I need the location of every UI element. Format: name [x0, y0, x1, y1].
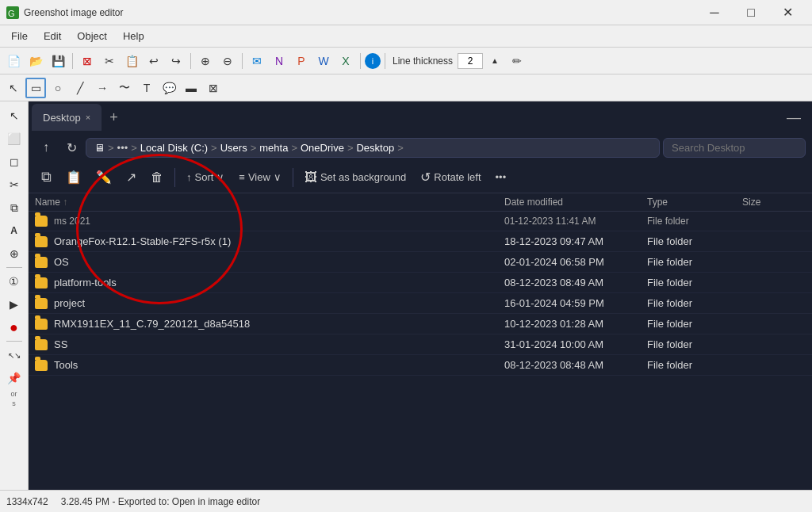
side-step-tool[interactable]: ▶: [3, 293, 25, 315]
ms-powerpoint-button[interactable]: P: [291, 51, 312, 71]
main-area: ↖ ⬜ ◻ ✂ ⧉ A ⊕ ① ▶ ● ↖↘ 📌 or s Desktop × …: [0, 101, 812, 490]
refresh-button[interactable]: ↻: [60, 136, 82, 159]
table-row[interactable]: OrangeFox-R12.1-Stable-F2FS-r5x (1) 18-1…: [29, 231, 812, 252]
side-rect-select[interactable]: ⬜: [3, 128, 25, 150]
close-button[interactable]: ✕: [769, 0, 806, 25]
side-copy-region[interactable]: ⧉: [3, 197, 25, 219]
set-background-button[interactable]: 🖼 Set as background: [298, 167, 412, 188]
view-button[interactable]: ≡ View ∨: [232, 168, 288, 186]
side-pin[interactable]: 📌: [3, 367, 25, 389]
thickness-up[interactable]: ▲: [485, 51, 505, 71]
undo-button[interactable]: ↩: [144, 51, 164, 71]
path-onedrive: OneDrive: [301, 142, 344, 154]
zoom-in-button[interactable]: ⊕: [195, 51, 216, 71]
folder-icon: [35, 319, 48, 330]
redo-button[interactable]: ↪: [166, 51, 186, 71]
col-name: Name ↑: [35, 197, 504, 208]
table-row[interactable]: OS 02-01-2024 06:58 PM File folder: [29, 252, 812, 273]
info-button[interactable]: i: [365, 53, 381, 69]
rotate-left-button[interactable]: ↺ Rotate left: [414, 166, 487, 188]
table-row[interactable]: platform-tools 08-12-2023 08:49 AM File …: [29, 273, 812, 293]
title-bar: G Greenshot image editor ─ □ ✕: [0, 0, 812, 25]
arrow-tool[interactable]: →: [92, 78, 113, 98]
ms-excel-button[interactable]: X: [335, 51, 356, 71]
file-size: [742, 359, 806, 371]
table-row[interactable]: Tools 08-12-2023 08:48 AM File folder: [29, 355, 812, 376]
ellipse-tool[interactable]: ○: [48, 78, 68, 98]
cut-button[interactable]: ✂: [99, 51, 120, 71]
side-red-btn[interactable]: ●: [3, 316, 25, 338]
separator5: [385, 53, 385, 69]
share-button[interactable]: ↗: [120, 166, 143, 188]
minimize-button[interactable]: ─: [696, 0, 733, 25]
separator4: [360, 53, 361, 69]
paste-files-button[interactable]: 📋: [59, 166, 88, 188]
folder-icon: [35, 236, 48, 247]
file-name-text: platform-tools: [54, 277, 117, 288]
delete-button[interactable]: 🗑: [144, 167, 170, 188]
side-pointer-tool[interactable]: ↖: [3, 105, 25, 127]
separator3: [242, 53, 243, 69]
rename-button[interactable]: ✏️: [90, 166, 118, 188]
ms-outlook-button[interactable]: ✉: [247, 51, 267, 71]
maximize-button[interactable]: □: [733, 0, 769, 25]
copy-button[interactable]: ⊠: [77, 51, 98, 71]
path-sep5: >: [291, 142, 297, 154]
paste-button[interactable]: 📋: [121, 51, 142, 71]
tab-controls-button[interactable]: —: [779, 106, 809, 129]
side-text-tool[interactable]: A: [3, 220, 25, 242]
menu-help[interactable]: Help: [115, 27, 152, 45]
table-row[interactable]: ms 2021 01-12-2023 11:41 AM File folder: [29, 212, 812, 231]
crop-tool[interactable]: ⊠: [203, 78, 224, 98]
menu-file[interactable]: File: [3, 27, 36, 45]
freehand-tool[interactable]: 〜: [114, 78, 135, 98]
table-row[interactable]: RMX1911EX_11_C.79_220121_d8a54518 10-12-…: [29, 314, 812, 334]
highlight-tool[interactable]: ▬: [181, 78, 201, 98]
back-button[interactable]: ↑: [35, 136, 57, 159]
side-counter-tool[interactable]: ①: [3, 270, 25, 292]
menu-edit[interactable]: Edit: [36, 27, 69, 45]
file-name-text: Tools: [54, 359, 78, 371]
pointer-tool[interactable]: ↖: [3, 78, 24, 98]
side-cut-tool[interactable]: ✂: [3, 174, 25, 196]
rect-tool[interactable]: ▭: [25, 78, 46, 98]
close-tab-icon[interactable]: ×: [86, 113, 90, 122]
save-button[interactable]: 💾: [48, 51, 68, 71]
side-label-s: s: [12, 399, 16, 408]
file-name-text: ms 2021: [54, 216, 90, 227]
ms-onenote-button[interactable]: N: [269, 51, 289, 71]
table-row[interactable]: project 16-01-2024 04:59 PM File folder: [29, 293, 812, 314]
line-thickness-input[interactable]: [458, 53, 483, 69]
zoom-out-button[interactable]: ⊖: [217, 51, 238, 71]
file-name-cell: RMX1911EX_11_C.79_220121_d8a54518: [35, 318, 504, 330]
folder-icon: [35, 298, 48, 309]
file-name-text: project: [54, 297, 85, 309]
side-resize-tl[interactable]: ↖↘: [3, 344, 25, 366]
text-tool[interactable]: T: [136, 78, 157, 98]
side-zoom-tool[interactable]: ⊕: [3, 243, 25, 265]
open-button[interactable]: 📂: [25, 51, 46, 71]
path-sep3: >: [211, 142, 217, 154]
new-button[interactable]: 📄: [3, 51, 24, 71]
copy-path-button[interactable]: ⧉: [35, 166, 58, 189]
file-name-cell: ms 2021: [35, 216, 504, 227]
line-tool[interactable]: ╱: [70, 78, 90, 98]
speech-tool[interactable]: 💬: [159, 78, 179, 98]
sort-button[interactable]: ↑ Sort ∨: [180, 168, 231, 186]
side-ellipse-select[interactable]: ◻: [3, 151, 25, 173]
path-desktop: Desktop: [356, 142, 394, 154]
toolbar-sep1: [174, 168, 175, 187]
menu-object[interactable]: Object: [69, 27, 115, 45]
ms-word-button[interactable]: W: [313, 51, 334, 71]
table-row[interactable]: SS 31-01-2024 10:00 AM File folder: [29, 334, 812, 355]
path-dots[interactable]: •••: [117, 142, 128, 154]
address-path[interactable]: 🖥 > ••• > Local Disk (C:) > Users > meht…: [86, 138, 660, 158]
explorer-tab-desktop[interactable]: Desktop ×: [32, 104, 102, 131]
folder-icon: [35, 339, 48, 350]
file-date: 08-12-2023 08:49 AM: [504, 277, 647, 288]
new-tab-button[interactable]: +: [102, 106, 126, 129]
search-input[interactable]: [663, 138, 806, 158]
pencil-icon[interactable]: ✏: [507, 51, 527, 71]
file-type: File folder: [647, 277, 742, 288]
more-options-button[interactable]: •••: [489, 168, 513, 186]
